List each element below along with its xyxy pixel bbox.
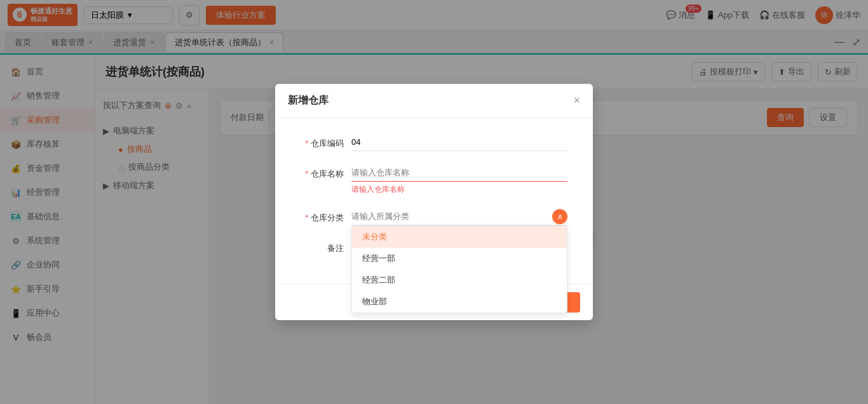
remark-label: 备注 <box>301 238 351 254</box>
code-input[interactable] <box>351 133 567 151</box>
name-input[interactable] <box>351 164 567 182</box>
name-label: 仓库名称 <box>301 164 351 180</box>
code-field-row: 仓库编码 <box>301 133 567 151</box>
category-input-wrap: ∧ 未分类 经营一部 经营二部 物业部 <box>351 208 567 226</box>
dropdown-item-operations1[interactable]: 经营一部 <box>352 248 567 269</box>
dropdown-item-uncategorized[interactable]: 未分类 <box>352 226 567 248</box>
dialog-close-button[interactable]: × <box>573 94 580 107</box>
category-label: 仓库分类 <box>301 208 351 224</box>
category-input[interactable] <box>351 208 552 225</box>
name-error-message: 请输入仓库名称 <box>351 184 567 195</box>
add-warehouse-dialog: 新增仓库 × 仓库编码 仓库名称 请输入仓库名称 仓库 <box>275 84 593 320</box>
code-label: 仓库编码 <box>301 133 351 149</box>
dropdown-item-operations2[interactable]: 经营二部 <box>352 269 567 291</box>
category-dropdown-button[interactable]: ∧ <box>552 209 567 224</box>
category-field-row: 仓库分类 ∧ 未分类 经营一部 经营二部 物业部 <box>301 208 567 226</box>
modal-overlay[interactable]: 新增仓库 × 仓库编码 仓库名称 请输入仓库名称 仓库 <box>0 0 868 404</box>
code-input-wrap <box>351 133 567 151</box>
name-field-row: 仓库名称 请输入仓库名称 <box>301 164 567 195</box>
dialog-title: 新增仓库 <box>288 94 329 107</box>
category-dropdown-wrap: ∧ <box>351 208 567 226</box>
dialog-body: 仓库编码 仓库名称 请输入仓库名称 仓库分类 ∧ <box>275 118 593 284</box>
name-input-wrap: 请输入仓库名称 <box>351 164 567 195</box>
dropdown-item-property[interactable]: 物业部 <box>352 291 567 313</box>
dialog-header: 新增仓库 × <box>275 84 593 118</box>
category-dropdown-list: 未分类 经营一部 经营二部 物业部 <box>351 226 567 313</box>
